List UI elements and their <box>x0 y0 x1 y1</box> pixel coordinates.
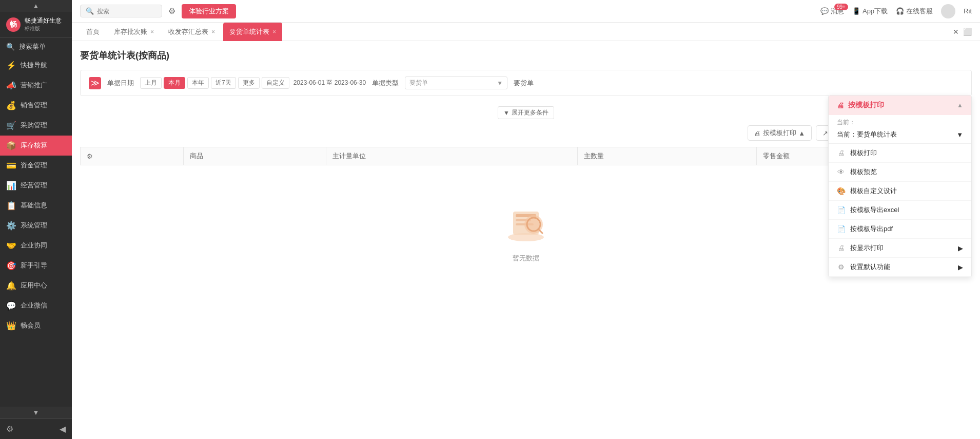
window-close-btn[interactable]: ✕ <box>953 28 959 36</box>
system-icon: ⚙️ <box>6 221 16 231</box>
display-print-icon: 🖨 <box>837 244 845 252</box>
sidebar-footer: ⚙ ◀ <box>0 418 72 439</box>
sidebar-item-purchase[interactable]: 🛒 采购管理 <box>0 116 72 136</box>
sidebar-nav: ⚡ 快捷导航 📣 营销推广 💰 销售管理 🛒 采购管理 📦 库存核算 💳 资金管… <box>0 55 72 407</box>
sidebar-item-guide[interactable]: 🎯 新手引导 <box>0 256 72 276</box>
sidebar-item-quick-nav[interactable]: ⚡ 快捷导航 <box>0 55 72 75</box>
sidebar-item-cooperation[interactable]: 🤝 企业协同 <box>0 236 72 256</box>
window-controls: ✕ ⬜ <box>953 28 972 36</box>
empty-text: 暂无数据 <box>513 254 539 263</box>
online-service-btn[interactable]: 🎧 在线客服 <box>896 7 933 16</box>
dropdown-template-print[interactable]: 🖨 模板打印 <box>829 144 971 163</box>
app-download-btn[interactable]: 📱 App下载 <box>852 7 888 16</box>
topbar-search-input[interactable] <box>97 8 156 15</box>
current-section-label: 当前： <box>829 115 971 128</box>
sidebar-item-operations[interactable]: 📊 经营管理 <box>0 176 72 196</box>
tabs-bar: 首页 库存批次账 × 收发存汇总表 × 要货单统计表 × ✕ ⬜ <box>72 23 980 41</box>
sidebar-item-weixin[interactable]: 💬 企业微信 <box>0 296 72 316</box>
sidebar-item-member[interactable]: 👑 畅会员 <box>0 316 72 336</box>
topbar: 🔍 ⚙ 体验行业方案 💬 消息 99+ 📱 App下载 🎧 在线客服 Rit <box>72 0 980 23</box>
filter-bar: ≫ 单据日期 上月 本月 本年 近7天 更多 自定义 2023-06-01 至 … <box>80 70 972 96</box>
table-gear-icon[interactable]: ⚙ <box>87 152 93 160</box>
print-dropdown-menu: 🖨 按模板打印 ▲ 当前： 当前：要货单统计表 ▼ 🖨 模板打印 👁 模板预览 … <box>828 95 972 277</box>
sidebar-item-basic[interactable]: 📋 基础信息 <box>0 196 72 216</box>
current-section-value[interactable]: 当前：要货单统计表 ▼ <box>829 128 971 144</box>
sidebar-logo: 畅 畅捷通好生意 标准版 <box>0 12 72 38</box>
print-template-btn[interactable]: 🖨 按模板打印 ▲ <box>748 125 812 141</box>
sidebar-item-appstore[interactable]: 🔔 应用中心 <box>0 276 72 296</box>
current-chevron-icon: ▼ <box>956 131 963 139</box>
phone-icon: 📱 <box>852 7 860 15</box>
guide-icon: 🎯 <box>6 261 16 271</box>
sidebar-item-finance[interactable]: 💳 资金管理 <box>0 156 72 176</box>
user-avatar[interactable] <box>941 4 955 18</box>
dropdown-default-setting[interactable]: ⚙ 设置默认功能 ▶ <box>829 258 971 277</box>
tab-receipt-summary[interactable]: 收发存汇总表 × <box>162 23 221 41</box>
empty-icon <box>500 196 552 247</box>
marketing-icon: 📣 <box>6 81 16 90</box>
messages-badge: 99+ <box>834 4 848 10</box>
type-selector-value: 要货单 <box>409 79 428 87</box>
tab-order-stats-close[interactable]: × <box>272 28 276 35</box>
col-settings[interactable]: ⚙ <box>81 147 184 165</box>
order-type-label: 要货单 <box>514 79 534 88</box>
export-icon: ↗ <box>822 129 828 137</box>
sidebar-item-inventory[interactable]: 📦 库存核算 <box>0 136 72 156</box>
tab-home[interactable]: 首页 <box>80 23 106 41</box>
template-pdf-icon: 📄 <box>837 225 845 233</box>
type-selector[interactable]: 要货单 ▼ <box>405 77 507 89</box>
template-excel-icon: 📄 <box>837 206 845 214</box>
quick-nav-icon: ⚡ <box>6 61 16 70</box>
date-btn-last-month[interactable]: 上月 <box>140 77 162 89</box>
col-quantity: 主数量 <box>578 147 756 165</box>
dropdown-template-export-pdf[interactable]: 📄 按模板导出pdf <box>829 220 971 239</box>
weixin-icon: 💬 <box>6 301 16 311</box>
settings-footer-icon[interactable]: ⚙ <box>6 424 13 434</box>
dropdown-template-design[interactable]: 🎨 模板自定义设计 <box>829 182 971 201</box>
tab-inventory-batch-label: 库存批次账 <box>114 27 147 36</box>
expand-down-icon: ▼ <box>503 109 509 117</box>
tab-order-stats[interactable]: 要货单统计表 × <box>223 23 282 41</box>
dropdown-display-print[interactable]: 🖨 按显示打印 ▶ <box>829 239 971 258</box>
expand-more-btn[interactable]: ▼ 展开更多条件 <box>498 106 554 119</box>
app-logo-text: 畅捷通好生意 标准版 <box>25 17 62 32</box>
tab-receipt-summary-close[interactable]: × <box>211 28 215 35</box>
topbar-gear-icon[interactable]: ⚙ <box>168 6 175 16</box>
date-btn-more[interactable]: 更多 <box>238 77 260 89</box>
dropdown-collapse-icon[interactable]: ▲ <box>957 102 963 109</box>
sidebar-item-system[interactable]: ⚙️ 系统管理 <box>0 216 72 236</box>
date-btn-custom[interactable]: 自定义 <box>262 77 289 89</box>
window-maximize-btn[interactable]: ⬜ <box>963 28 972 36</box>
sidebar-search-item[interactable]: 🔍 搜索菜单 <box>0 38 72 55</box>
dropdown-template-preview[interactable]: 👁 模板预览 <box>829 163 971 182</box>
message-icon: 💬 <box>820 7 829 15</box>
app-download-label: App下载 <box>863 7 888 16</box>
trial-btn[interactable]: 体验行业方案 <box>182 4 236 18</box>
headset-icon: 🎧 <box>896 7 904 15</box>
topbar-search-box[interactable]: 🔍 <box>80 5 162 17</box>
tab-order-stats-label: 要货单统计表 <box>229 27 269 36</box>
date-btn-this-year[interactable]: 本年 <box>187 77 209 89</box>
cooperation-icon: 🤝 <box>6 241 16 251</box>
messages-btn[interactable]: 💬 消息 99+ <box>820 7 844 16</box>
col-unit: 主计量单位 <box>326 147 578 165</box>
sidebar-item-marketing[interactable]: 📣 营销推广 <box>0 75 72 96</box>
finance-icon: 💳 <box>6 161 16 170</box>
dropdown-template-export-excel[interactable]: 📄 按模板导出excel <box>829 201 971 220</box>
date-filter-label: 单据日期 <box>107 79 134 88</box>
tab-inventory-batch[interactable]: 库存批次账 × <box>108 23 160 41</box>
main-area: 🔍 ⚙ 体验行业方案 💬 消息 99+ 📱 App下载 🎧 在线客服 Rit <box>72 0 980 439</box>
appstore-icon: 🔔 <box>6 281 16 291</box>
dropdown-printer-icon: 🖨 <box>837 101 844 109</box>
tab-inventory-batch-close[interactable]: × <box>150 28 154 35</box>
sidebar-item-sales[interactable]: 💰 销售管理 <box>0 96 72 116</box>
collapse-sidebar-icon[interactable]: ◀ <box>60 424 66 434</box>
date-btn-this-month[interactable]: 本月 <box>164 77 185 89</box>
purchase-icon: 🛒 <box>6 121 16 130</box>
dropdown-header[interactable]: 🖨 按模板打印 ▲ <box>829 96 971 115</box>
sidebar-scroll-up[interactable]: ▲ <box>0 0 72 12</box>
template-preview-icon: 👁 <box>837 168 845 176</box>
filter-expand-btn[interactable]: ≫ <box>89 77 101 89</box>
date-btn-7days[interactable]: 近7天 <box>211 77 236 89</box>
sidebar-scroll-down[interactable]: ▼ <box>0 407 72 418</box>
